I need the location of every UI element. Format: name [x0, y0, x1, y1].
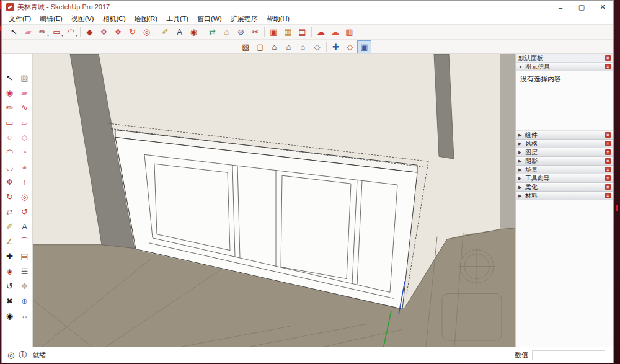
- component-tool[interactable]: ⌂: [219, 25, 234, 38]
- pan-tool[interactable]: ✥: [17, 278, 32, 293]
- polygon-tool[interactable]: ◇: [17, 130, 32, 144]
- push-pull-tool[interactable]: ↑: [17, 174, 32, 189]
- line-tool[interactable]: ✏▾: [35, 25, 50, 38]
- close-icon[interactable]: ✕: [605, 175, 611, 181]
- rotated-rectangle-tool[interactable]: ▱: [17, 115, 32, 130]
- import-export-tool[interactable]: ⇄: [205, 25, 219, 38]
- tray-title-bar[interactable]: 默认面板 ✕: [516, 54, 613, 63]
- paint-bucket-tool[interactable]: ◉: [2, 85, 17, 100]
- zoom-window-tool[interactable]: ⊕: [234, 25, 248, 38]
- arcs-tool[interactable]: ◠▾: [64, 25, 78, 38]
- close-icon[interactable]: ✕: [605, 167, 611, 172]
- follow-me-tool[interactable]: ↻: [125, 25, 140, 38]
- orbit-tool[interactable]: ↺: [2, 278, 17, 293]
- rotate-tool[interactable]: ❖: [111, 25, 125, 38]
- make-component-tool[interactable]: ▧: [17, 70, 32, 85]
- close-button[interactable]: ✕: [592, 1, 613, 14]
- entity-info-close-icon[interactable]: ✕: [605, 64, 611, 69]
- paint-bucket-tool[interactable]: ◉: [187, 25, 201, 38]
- status-info-icon[interactable]: ⓘ: [19, 350, 27, 360]
- layers-tool[interactable]: ☰: [17, 264, 32, 278]
- report-tool[interactable]: ▥: [342, 25, 356, 38]
- panel-section-components[interactable]: ▶组件✕: [516, 131, 613, 140]
- cloud-upload-tool[interactable]: ☁: [314, 25, 328, 38]
- xray-tool[interactable]: ◈: [2, 264, 17, 278]
- select-tool[interactable]: ↖: [7, 25, 21, 38]
- panel-section-layers[interactable]: ▶图层✕: [516, 148, 613, 157]
- minimize-button[interactable]: –: [550, 1, 571, 14]
- close-icon[interactable]: ✕: [605, 149, 611, 155]
- tape-measure-tool[interactable]: ✐: [2, 219, 17, 234]
- walk-tool[interactable]: ↔: [17, 308, 32, 323]
- house-view-shaded[interactable]: ⌂: [281, 40, 296, 53]
- arc2-tool[interactable]: ◡: [2, 159, 17, 174]
- plan-axes-tool[interactable]: ✚: [329, 40, 343, 53]
- freehand-tool[interactable]: ∿: [17, 100, 32, 115]
- plane-tool[interactable]: ◇: [343, 40, 357, 53]
- tray-close-icon[interactable]: ✕: [605, 55, 611, 61]
- rotate-tool[interactable]: ↻: [2, 189, 17, 204]
- select-tool[interactable]: ↖: [2, 70, 17, 85]
- menu-camera[interactable]: 相机(C): [98, 13, 130, 25]
- offset-tool[interactable]: ◎: [140, 25, 154, 38]
- close-icon[interactable]: ✕: [605, 193, 611, 198]
- cut-tool[interactable]: ✖: [2, 293, 17, 308]
- dimension-tool[interactable]: ⌒: [17, 234, 32, 249]
- look-around-tool[interactable]: ◉: [2, 308, 17, 323]
- house-view-front[interactable]: ⌂: [267, 40, 281, 53]
- panel-section-materials[interactable]: ▶材料✕: [516, 192, 613, 200]
- house-view-outline[interactable]: ⌂: [296, 40, 310, 53]
- scale-tool[interactable]: ⇄: [2, 204, 17, 219]
- rectangle-tool[interactable]: ▭: [2, 115, 17, 130]
- arc3-tool[interactable]: ◕: [17, 159, 32, 174]
- menu-window[interactable]: 窗口(W): [193, 13, 226, 25]
- move-tool[interactable]: ✥: [97, 25, 111, 38]
- zoom-tool[interactable]: ⊕: [17, 293, 32, 308]
- panel-section-scenes[interactable]: ▶场景✕: [516, 166, 613, 174]
- menu-view[interactable]: 视图(V): [67, 13, 99, 25]
- menu-help[interactable]: 帮助(H): [262, 13, 294, 25]
- measurements-input[interactable]: [532, 350, 605, 360]
- menu-tools[interactable]: 工具(T): [162, 13, 193, 25]
- menu-draw[interactable]: 绘图(R): [130, 13, 162, 25]
- circle-tool[interactable]: ○: [2, 130, 17, 144]
- menu-extensions[interactable]: 扩展程序: [226, 13, 262, 25]
- close-icon[interactable]: ✕: [605, 141, 611, 146]
- plugin-grid-tool[interactable]: ▤: [295, 25, 309, 38]
- panel-section-styles[interactable]: ▶风格✕: [516, 140, 613, 148]
- maximize-button[interactable]: ▢: [571, 1, 592, 14]
- line-tool[interactable]: ✏: [2, 100, 17, 115]
- box-mode-tool[interactable]: ▣: [357, 40, 371, 53]
- close-icon[interactable]: ✕: [605, 132, 611, 138]
- 3d-viewport[interactable]: [33, 54, 515, 347]
- axes-tool[interactable]: ✚: [2, 249, 17, 264]
- wire-box-view[interactable]: ▢: [253, 40, 267, 53]
- pie-tool[interactable]: ◔: [17, 144, 32, 159]
- panel-section-soften-edges[interactable]: ▶柔化✕: [516, 183, 613, 192]
- section-tool[interactable]: ▤: [17, 249, 32, 264]
- plugin-layer-tool[interactable]: ▦: [281, 25, 295, 38]
- section-plane-tool[interactable]: ✂: [248, 25, 262, 38]
- text-tool[interactable]: A: [172, 25, 187, 38]
- entity-info-header[interactable]: ▼ 图元信息 ✕: [516, 63, 613, 71]
- panel-section-instructor[interactable]: ▶工具向导✕: [516, 174, 613, 183]
- close-icon[interactable]: ✕: [605, 184, 611, 190]
- panel-section-shadows[interactable]: ▶阴影✕: [516, 157, 613, 166]
- offset-tool[interactable]: ◎: [17, 189, 32, 204]
- menu-edit[interactable]: 编辑(E): [35, 13, 67, 25]
- plugin-panel-tool[interactable]: ▣: [267, 25, 281, 38]
- cloud-share-tool[interactable]: ☁: [328, 25, 342, 38]
- close-icon[interactable]: ✕: [605, 158, 611, 164]
- status-geolocation-icon[interactable]: ◎: [7, 350, 14, 360]
- follow-me-tool[interactable]: ↺: [17, 204, 32, 219]
- protractor-tool[interactable]: ∠: [2, 234, 17, 249]
- 3d-text-tool[interactable]: A: [17, 219, 32, 234]
- menu-file[interactable]: 文件(F): [4, 13, 35, 25]
- door-view[interactable]: ◇: [310, 40, 324, 53]
- tape-measure-tool[interactable]: ✐: [158, 25, 172, 38]
- eraser-tool[interactable]: ▰: [17, 85, 32, 100]
- eraser-tool[interactable]: ▰: [21, 25, 35, 38]
- iso-box-view[interactable]: ▧: [239, 40, 253, 53]
- move-tool[interactable]: ✥: [2, 174, 17, 189]
- sandbox-tool[interactable]: ◆: [82, 25, 97, 38]
